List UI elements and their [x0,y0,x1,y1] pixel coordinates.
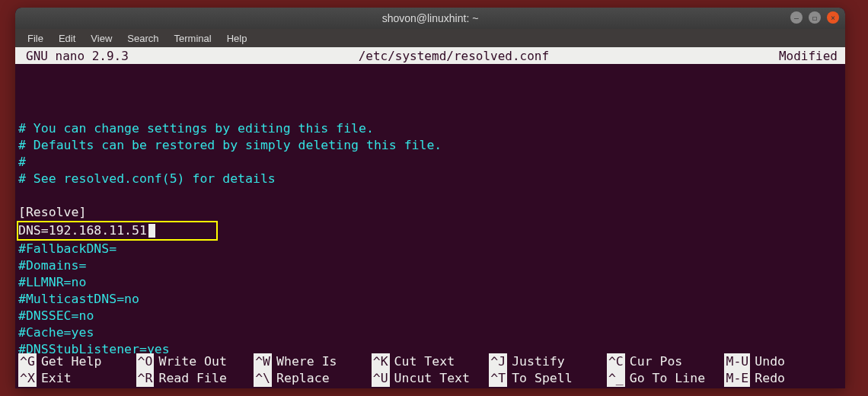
editor-line: #LLMNR=no [18,275,86,289]
editor-line: #MulticastDNS=no [18,292,139,306]
shortcut-cur-pos[interactable]: ^CCur Pos [607,353,725,370]
shortcut-row-2: ^XExit ^RRead File ^\Replace ^UUncut Tex… [18,370,842,387]
shortcut-go-to-line[interactable]: ^_Go To Line [607,370,725,387]
shortcut-get-help[interactable]: ^GGet Help [18,353,136,370]
editor-line: # Defaults can be restored by simply del… [18,138,442,152]
menu-help[interactable]: Help [221,31,254,46]
cursor [148,224,155,238]
nano-shortcuts: ^GGet Help ^OWrite Out ^WWhere Is ^KCut … [15,353,845,388]
titlebar: shovon@linuxhint: ~ – ◻ × [15,8,845,29]
dns-line: DNS=192.168.11.51 [18,223,147,238]
menu-terminal[interactable]: Terminal [168,31,218,46]
shortcut-redo[interactable]: M-ERedo [724,370,842,387]
shortcut-undo[interactable]: M-UUndo [724,353,842,370]
nano-header: GNU nano 2.9.3 /etc/systemd/resolved.con… [15,47,845,64]
minimize-button[interactable]: – [790,11,803,24]
window-controls: – ◻ × [790,11,839,24]
shortcut-read-file[interactable]: ^RRead File [136,370,254,387]
editor-line: #Domains= [18,258,86,273]
shortcut-to-spell[interactable]: ^TTo Spell [489,370,607,387]
editor-line: # [18,155,26,169]
editor-line: # See resolved.conf(5) for details [18,171,276,186]
shortcut-replace[interactable]: ^\Replace [254,370,372,387]
shortcut-write-out[interactable]: ^OWrite Out [136,353,254,370]
terminal-window: shovon@linuxhint: ~ – ◻ × File Edit View… [15,8,845,388]
menu-file[interactable]: File [21,31,49,46]
menu-edit[interactable]: Edit [53,31,81,46]
editor-blank [18,87,842,104]
nano-filepath: /etc/systemd/resolved.conf [129,49,779,63]
editor-line: #DNSSEC=no [18,308,94,323]
editor-line: #Cache=yes [18,325,94,340]
nano-status: Modified [779,49,838,63]
shortcut-where-is[interactable]: ^WWhere Is [254,353,372,370]
shortcut-exit[interactable]: ^XExit [18,370,136,387]
shortcut-cut-text[interactable]: ^KCut Text [372,353,490,370]
close-button[interactable]: × [827,11,839,24]
menu-search[interactable]: Search [121,31,164,46]
shortcut-justify[interactable]: ^JJustify [489,353,607,370]
editor-line: # You can change settings by editing thi… [18,121,374,136]
editor-section: [Resolve] [18,205,86,219]
maximize-button[interactable]: ◻ [809,11,821,24]
editor-area[interactable]: # You can change settings by editing thi… [15,64,845,378]
menu-view[interactable]: View [85,31,118,46]
window-title: shovon@linuxhint: ~ [382,12,479,24]
dns-highlight: DNS=192.168.11.51 [17,221,218,241]
shortcut-row-1: ^GGet Help ^OWrite Out ^WWhere Is ^KCut … [18,353,842,370]
editor-line: #FallbackDNS= [18,241,116,256]
nano-version: GNU nano 2.9.3 [23,49,129,63]
shortcut-uncut-text[interactable]: ^UUncut Text [372,370,490,387]
menubar: File Edit View Search Terminal Help [15,29,845,47]
